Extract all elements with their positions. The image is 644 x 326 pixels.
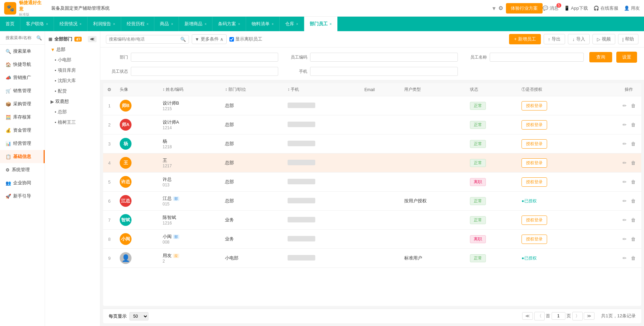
edit-btn[interactable]: ✏ [621, 159, 628, 166]
dept-item-zongbu-sub[interactable]: • 总部 [45, 107, 100, 117]
user-btn[interactable]: 👤 用友 [624, 5, 640, 11]
next-page-btn[interactable]: 〉 [572, 312, 583, 320]
tab-bom[interactable]: 物料清单× [246, 17, 280, 31]
sidebar-item-system[interactable]: ⚙系统管理 [0, 163, 45, 176]
edit-btn[interactable]: ✏ [621, 255, 628, 262]
auth-login-btn[interactable]: 授权登录 [521, 177, 547, 187]
more-filter-btn[interactable]: ▼ 更多条件 ∧ [192, 34, 227, 44]
edit-btn[interactable]: ✏ [621, 178, 628, 185]
show-resigned-checkbox[interactable]: 显示离职员工 [229, 36, 262, 42]
sidebar-item-inventory[interactable]: 🧮库存核算 [0, 111, 45, 124]
edit-btn[interactable]: ✏ [621, 217, 628, 223]
sidebar-item-basic-info[interactable]: 📋基础信息 [0, 150, 45, 163]
close-icon[interactable]: × [272, 22, 274, 26]
auth-login-btn[interactable]: 授权登录 [521, 139, 547, 149]
sidebar-item-sales[interactable]: 🛒销售管理 [0, 84, 45, 97]
sidebar-item-management[interactable]: 📊经营管理 [0, 137, 45, 150]
col-name-code[interactable]: ↕ 姓名/编码 [158, 83, 221, 96]
close-icon[interactable]: × [238, 22, 240, 26]
tab-barcode[interactable]: 条码方案× [212, 17, 246, 31]
tab-warehouse[interactable]: 仓库× [280, 17, 304, 31]
filter-phone-input[interactable] [310, 67, 457, 76]
col-phone[interactable]: ↕ 手机 [283, 83, 360, 96]
last-page-btn[interactable]: ≫ [584, 312, 595, 320]
sidebar-item-guide[interactable]: 🚀新手引导 [0, 190, 45, 203]
close-icon[interactable]: × [46, 22, 48, 26]
add-employee-btn[interactable]: + 新增员工 [509, 34, 541, 44]
sidebar-item-finance[interactable]: 💰资金管理 [0, 124, 45, 137]
export-btn[interactable]: ↑ 导出 [544, 34, 565, 44]
dept-item-xiaodian[interactable]: • 小电部 [45, 55, 100, 65]
auth-login-btn[interactable]: 授权登录 [521, 215, 547, 225]
dept-item-zongbu-root[interactable]: ▼ 总部 [45, 44, 100, 55]
tab-profit[interactable]: 利润报告× [88, 17, 121, 31]
sidebar-item-quicknav[interactable]: 🏠快捷导航 [0, 58, 45, 71]
sidebar-search-input[interactable] [3, 34, 36, 42]
delete-btn[interactable]: 🗑 [629, 217, 637, 223]
delete-btn[interactable]: 🗑 [629, 102, 637, 109]
first-page-btn[interactable]: ≪ [522, 312, 533, 320]
sidebar-item-collab[interactable]: 👥企业协同 [0, 176, 45, 190]
page-number-input[interactable] [552, 312, 565, 320]
delete-btn[interactable]: 🗑 [629, 255, 637, 262]
close-icon[interactable]: × [296, 22, 298, 26]
trial-btn[interactable]: 体验行业方案 [506, 3, 543, 14]
filter-status-select[interactable] [131, 67, 278, 76]
close-icon[interactable]: × [113, 22, 115, 26]
col-settings[interactable]: ⚙ [103, 83, 116, 96]
dept-item-zhishu[interactable]: • 植树王三 [45, 117, 100, 127]
dept-collapse-btn[interactable]: ≪ [88, 36, 97, 42]
delete-btn[interactable]: 🗑 [629, 159, 637, 166]
close-icon[interactable]: × [80, 22, 82, 26]
help-btn[interactable]: | 帮助 [618, 34, 638, 44]
reset-btn[interactable]: 设置 [616, 52, 637, 63]
search-input[interactable] [109, 37, 179, 42]
edit-btn[interactable]: ✏ [621, 197, 628, 204]
dept-item-project-warehouse[interactable]: • 项目库房 [45, 65, 100, 76]
system-title-dropdown[interactable]: ▾ [492, 5, 496, 12]
filter-empname-input[interactable] [490, 53, 584, 62]
app-download-btn[interactable]: 📱 App下载 [564, 5, 588, 11]
close-icon[interactable]: × [147, 22, 149, 26]
edit-btn[interactable]: ✏ [621, 121, 628, 128]
delete-btn[interactable]: 🗑 [629, 121, 637, 128]
tab-goods[interactable]: 商品× [154, 17, 179, 31]
close-icon[interactable]: × [171, 22, 173, 26]
delete-btn[interactable]: 🗑 [629, 236, 637, 243]
page-size-select[interactable]: 50 20 100 [129, 312, 148, 320]
tab-new-goods[interactable]: 新增商品× [179, 17, 212, 31]
tab-operation[interactable]: 经营情况× [54, 17, 88, 31]
tab-history[interactable]: 经营历程× [121, 17, 155, 31]
auth-login-btn[interactable]: 授权登录 [521, 120, 547, 130]
query-btn[interactable]: 查询 [589, 52, 612, 62]
auth-login-btn[interactable]: 授权登录 [521, 235, 547, 244]
filter-empcode-input[interactable] [310, 53, 457, 62]
import-btn[interactable]: ↓ 导入 [568, 34, 590, 44]
tab-employees[interactable]: 部门员工× [304, 17, 338, 31]
tab-home[interactable]: 首页 [0, 17, 20, 31]
edit-btn[interactable]: ✏ [621, 236, 628, 243]
dept-item-distribution[interactable]: • 配货 [45, 86, 100, 96]
col-dept-pos[interactable]: ↕ 部门/职位 [221, 83, 283, 96]
prev-page-btn[interactable]: 〈 [534, 312, 545, 320]
sidebar-item-search[interactable]: 🔍搜索菜单 [0, 45, 45, 58]
close-icon[interactable]: × [330, 22, 332, 26]
sidebar-item-marketing[interactable]: 📣营销推广 [0, 71, 45, 84]
filter-dept-select[interactable] [131, 53, 278, 62]
auth-login-btn[interactable]: 授权登录 [521, 101, 547, 111]
sidebar-item-purchase[interactable]: 📦采购管理 [0, 97, 45, 111]
delete-btn[interactable]: 🗑 [629, 178, 637, 185]
dept-tag-icon[interactable]: 🏷 [74, 37, 82, 42]
edit-btn[interactable]: ✏ [621, 102, 628, 109]
dept-item-shenyang[interactable]: • 沈阳大库 [45, 76, 100, 86]
message-btn[interactable]: 💬 消息 5 [543, 5, 559, 11]
auth-login-btn[interactable]: 授权登录 [521, 158, 547, 168]
online-service-btn[interactable]: 🎧 在线客服 [593, 5, 618, 11]
delete-btn[interactable]: 🗑 [629, 140, 637, 147]
all-dept-header[interactable]: ⊞ 全部部门 🏷 ≪ [45, 34, 100, 44]
video-btn[interactable]: ▷ 视频 [592, 34, 615, 44]
dept-item-shuanglu[interactable]: ▶ 双鹿想 [45, 96, 100, 107]
close-icon[interactable]: × [205, 22, 207, 26]
settings-gear-icon[interactable]: ⚙ [498, 5, 503, 11]
tab-customer[interactable]: 客户联络× [20, 17, 54, 31]
